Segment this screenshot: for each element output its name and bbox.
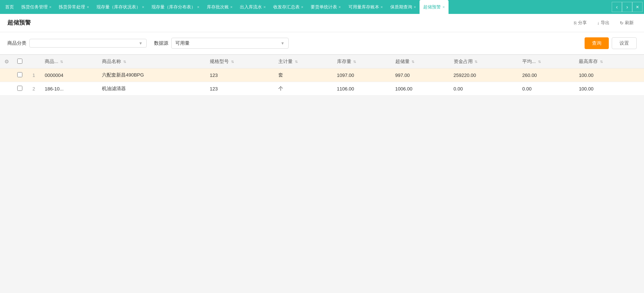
nav-arrows: ‹ › ×	[612, 2, 643, 12]
category-select[interactable]: ▼	[29, 39, 147, 48]
filter-buttons: 查询 设置	[585, 37, 637, 49]
col-header-overstock-qty[interactable]: 超储量 ⇅	[392, 55, 450, 68]
nav-close-inout-flow[interactable]: ×	[263, 5, 266, 9]
nav-item-order-stats[interactable]: 要货单统计表 ×	[307, 0, 344, 14]
col-header-unit[interactable]: 主计量 ⇅	[275, 55, 333, 68]
row-sku-name-1: 机油滤清器	[98, 82, 206, 96]
refresh-icon: ↻	[620, 21, 623, 26]
sort-icon-max-stock: ⇅	[600, 60, 603, 64]
nav-item-inout-flow[interactable]: 出入库流水 ×	[236, 0, 269, 14]
nav-close-collect-summary[interactable]: ×	[301, 5, 303, 9]
row-sku-code-1: 186-10...	[41, 82, 98, 96]
table-area: ⚙ 商品... ⇅ 商品名称 ⇅ 规格型号 ⇅	[0, 55, 644, 96]
row-overstock-qty-1: 1006.00	[392, 82, 450, 96]
category-filter-group: 商品分类 ▼	[7, 39, 147, 48]
col-header-avg-price[interactable]: 平均... ⇅	[519, 55, 575, 68]
category-dropdown-icon: ▼	[139, 41, 143, 45]
category-label: 商品分类	[7, 40, 26, 47]
export-icon: ↓	[597, 21, 599, 26]
col-header-sku-code[interactable]: 商品... ⇅	[41, 55, 98, 68]
row-index-0: 1	[26, 68, 41, 82]
row-sku-name-0: 六配套新昌490BPG	[98, 68, 206, 82]
gear-icon[interactable]: ⚙	[4, 59, 9, 64]
nav-close-task-mgmt[interactable]: ×	[49, 5, 51, 9]
col-header-capital[interactable]: 资金占用 ⇅	[450, 55, 519, 68]
row-sku-code-0: 0000004	[41, 68, 98, 82]
row-stock-qty-1: 1106.00	[333, 82, 392, 96]
nav-close-available-account[interactable]: ×	[381, 5, 383, 9]
nav-item-home[interactable]: 首页	[1, 0, 18, 14]
page-header: 超储预警 ⎘ 分享 ↓ 导出 ↻ 刷新	[0, 14, 644, 32]
share-button[interactable]: ⎘ 分享	[571, 18, 590, 27]
row-unit-0: 套	[275, 68, 333, 82]
nav-close-overstock-warning[interactable]: ×	[442, 5, 444, 9]
sort-icon-overstock-qty: ⇅	[411, 60, 414, 64]
share-icon: ⎘	[574, 21, 577, 26]
refresh-button[interactable]: ↻ 刷新	[617, 18, 637, 27]
nav-item-inventory-dist[interactable]: 现存量（库存分布表） ×	[148, 0, 203, 14]
nav-item-available-account[interactable]: 可用量库存账本 ×	[345, 0, 387, 14]
datasource-value: 可用量	[175, 40, 190, 47]
col-header-sku-name[interactable]: 商品名称 ⇅	[98, 55, 206, 68]
nav-close-batch-account[interactable]: ×	[230, 5, 233, 9]
row-gear-0	[0, 68, 13, 82]
row-capital-1: 0.00	[450, 82, 519, 96]
col-header-checkbox	[13, 55, 26, 68]
nav-close-inventory-status[interactable]: ×	[142, 5, 144, 9]
table-body: 1 0000004 六配套新昌490BPG 123 套 1097.00 997.…	[0, 68, 644, 96]
nav-item-overstock-warning[interactable]: 超储预警 ×	[420, 0, 448, 14]
nav-prev-button[interactable]: ‹	[612, 2, 622, 12]
nav-close-quality-check[interactable]: ×	[414, 5, 416, 9]
nav-item-abnormal[interactable]: 拣货异常处理 ×	[55, 0, 92, 14]
nav-close-all-button[interactable]: ×	[632, 2, 643, 12]
row-overstock-qty-0: 997.00	[392, 68, 450, 82]
datasource-dropdown-icon: ▼	[281, 41, 285, 45]
data-table: ⚙ 商品... ⇅ 商品名称 ⇅ 规格型号 ⇅	[0, 55, 644, 96]
col-header-gear: ⚙	[0, 55, 13, 68]
nav-next-button[interactable]: ›	[622, 2, 632, 12]
table-header-row: ⚙ 商品... ⇅ 商品名称 ⇅ 规格型号 ⇅	[0, 55, 644, 68]
table-row: 2 186-10... 机油滤清器 123 个 1106.00 1006.00 …	[0, 82, 644, 96]
sort-icon-capital: ⇅	[475, 60, 477, 64]
nav-item-inventory-status[interactable]: 现存量（库存状况表） ×	[93, 0, 148, 14]
row-spec-0: 123	[206, 68, 275, 82]
sort-icon-sku-name: ⇅	[123, 60, 126, 64]
datasource-label: 数据源	[154, 40, 168, 47]
nav-item-batch-account[interactable]: 库存批次账 ×	[203, 0, 236, 14]
header-actions: ⎘ 分享 ↓ 导出 ↻ 刷新	[571, 18, 637, 27]
row-select-0[interactable]	[17, 72, 22, 77]
page-title: 超储预警	[7, 19, 31, 27]
sort-icon-sku-code: ⇅	[60, 60, 63, 64]
sort-icon-unit: ⇅	[295, 60, 298, 64]
col-header-stock-qty[interactable]: 库存量 ⇅	[333, 55, 392, 68]
row-avg-price-1: 0.00	[519, 82, 575, 96]
col-header-max-stock[interactable]: 最高库存 ⇅	[575, 55, 644, 68]
sort-icon-stock-qty: ⇅	[353, 60, 356, 64]
row-capital-0: 259220.00	[450, 68, 519, 82]
datasource-select[interactable]: 可用量 ▼	[171, 38, 289, 49]
sort-icon-avg-price: ⇅	[538, 60, 541, 64]
col-header-index	[26, 55, 41, 68]
query-button[interactable]: 查询	[585, 37, 609, 49]
nav-item-task-mgmt[interactable]: 拣货任务管理 ×	[18, 0, 55, 14]
col-header-spec[interactable]: 规格型号 ⇅	[206, 55, 275, 68]
row-unit-1: 个	[275, 82, 333, 96]
nav-item-quality-check[interactable]: 保质期查询 ×	[387, 0, 420, 14]
nav-close-inventory-dist[interactable]: ×	[197, 5, 199, 9]
row-index-1: 2	[26, 82, 41, 96]
settings-button[interactable]: 设置	[612, 37, 637, 49]
table-row: 1 0000004 六配套新昌490BPG 123 套 1097.00 997.…	[0, 68, 644, 82]
row-checkbox-0	[13, 68, 26, 82]
select-all-checkbox[interactable]	[17, 59, 22, 64]
row-spec-1: 123	[206, 82, 275, 96]
row-max-stock-1: 100.00	[575, 82, 644, 96]
row-select-1[interactable]	[17, 86, 22, 91]
export-button[interactable]: ↓ 导出	[594, 18, 612, 27]
nav-close-order-stats[interactable]: ×	[339, 5, 341, 9]
nav-item-collect-summary[interactable]: 收发存汇总表 ×	[270, 0, 307, 14]
nav-close-abnormal[interactable]: ×	[87, 5, 89, 9]
row-stock-qty-0: 1097.00	[333, 68, 392, 82]
row-avg-price-0: 260.00	[519, 68, 575, 82]
sort-icon-spec: ⇅	[231, 60, 234, 64]
row-gear-1	[0, 82, 13, 96]
